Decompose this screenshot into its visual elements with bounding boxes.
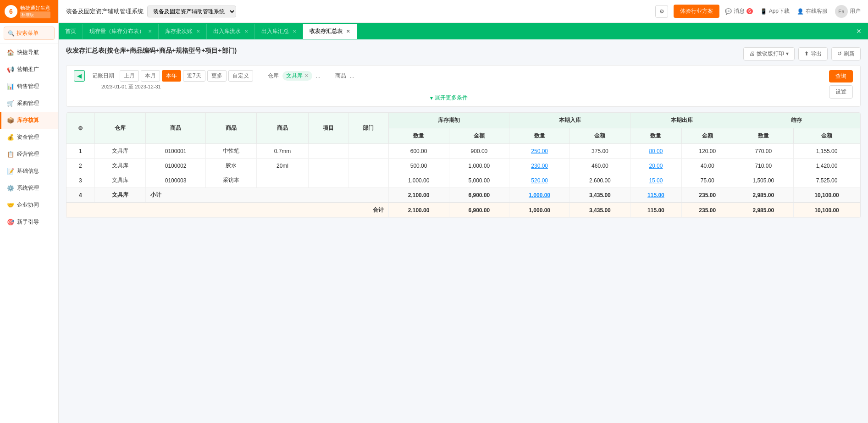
- row-seq: 3: [66, 173, 94, 188]
- th-settings[interactable]: ⚙: [66, 113, 94, 144]
- home-icon: 🏠: [7, 49, 14, 56]
- total-bal-amt: 10,100.00: [794, 203, 860, 218]
- date-last-month-btn[interactable]: 上月: [120, 70, 139, 82]
- main-area: 装备及固定资产辅助管理系统 装备及固定资产辅助管理系统 ⚙ 体验行业方案 💬 消…: [59, 0, 868, 423]
- filter-bar: ◀ 记账日期 上月 本月 本年 近7天 更多 自定义 仓库: [66, 65, 861, 107]
- avatar: Ea: [835, 5, 848, 18]
- row-out-qty[interactable]: 15.00: [630, 173, 681, 188]
- th-goods-spec: 商品: [257, 113, 308, 144]
- tab-summary-close[interactable]: ✕: [293, 29, 296, 34]
- refresh-button[interactable]: ↺ 刷新: [831, 47, 861, 60]
- tab-stock-dist-close[interactable]: ✕: [148, 29, 152, 34]
- search-menu-button[interactable]: 🔍 搜索菜单: [4, 27, 55, 40]
- sidebar-item-finance[interactable]: 💰 资金管理: [0, 129, 58, 146]
- row-in-amt: 460.00: [570, 159, 630, 173]
- total-out-amt: 235.00: [682, 203, 733, 218]
- tab-home[interactable]: 首页: [59, 24, 83, 39]
- th-in-qty: 数量: [509, 128, 570, 144]
- header-actions: 💬 消息 6 📱 App下载 👤 在线客服 Ea 用户: [725, 5, 861, 18]
- chevron-down-icon: ▾: [786, 50, 789, 57]
- row-in-qty[interactable]: 250.00: [509, 144, 570, 159]
- row-open-amt: 1,000.00: [449, 159, 509, 173]
- tab-batch[interactable]: 库存批次账 ✕: [159, 24, 207, 39]
- chevron-down-icon: ▾: [430, 95, 433, 101]
- tab-receive-send[interactable]: 收发存汇总表 ✕: [303, 24, 357, 39]
- app-download-action[interactable]: 📱 App下载: [760, 7, 790, 15]
- query-button[interactable]: 查询: [829, 70, 853, 82]
- row-in-qty[interactable]: 520.00: [509, 173, 570, 188]
- tab-batch-close[interactable]: ✕: [196, 29, 200, 34]
- sidebar-item-operations[interactable]: 📋 经营管理: [0, 146, 58, 163]
- row-bal-amt: 1,155.00: [794, 144, 860, 159]
- date-this-month-btn[interactable]: 本月: [141, 70, 160, 82]
- sidebar-item-enterprise[interactable]: 🤝 企业协同: [0, 197, 58, 214]
- sidebar-item-system[interactable]: ⚙️ 系统管理: [0, 180, 58, 197]
- date-range-text: 2023-01-01 至 2023-12-31: [101, 84, 161, 89]
- th-bal-amt: 金额: [794, 128, 860, 144]
- sidebar-item-sales[interactable]: 📊 销售管理: [0, 78, 58, 95]
- subtotal-in-qty[interactable]: 1,000.00: [509, 188, 570, 203]
- settings-button[interactable]: ⚙: [655, 5, 668, 18]
- online-service-action[interactable]: 👤 在线客服: [797, 7, 828, 15]
- sidebar-item-marketing[interactable]: 📢 营销推广: [0, 61, 58, 78]
- total-open-qty: 2,100.00: [388, 203, 449, 218]
- row-goods-name: 胶水: [206, 159, 257, 173]
- sidebar-item-purchase[interactable]: 🛒 采购管理: [0, 95, 58, 112]
- row-warehouse: 文具库: [94, 144, 145, 159]
- print-button[interactable]: 🖨 拨锁版打印 ▾: [743, 47, 795, 60]
- row-goods-code: 0100001: [145, 144, 206, 159]
- subtotal-bal-amt: 10,100.00: [794, 188, 860, 203]
- sidebar-item-label: 企业协同: [17, 201, 39, 209]
- warehouse-tag-remove[interactable]: ✕: [304, 73, 309, 79]
- data-table: ⚙ 仓库 商品 商品 商品 项目 部门 库存期初 本期入库 本期出库 结存 数量: [66, 113, 860, 218]
- filter-settings-button[interactable]: 设置: [829, 85, 853, 99]
- filter-collapse-btn[interactable]: ◀: [74, 70, 85, 82]
- date-this-year-btn[interactable]: 本年: [162, 70, 181, 82]
- logo-badge: 标准版: [20, 11, 50, 18]
- date-custom-btn[interactable]: 自定义: [228, 70, 253, 82]
- filter-wrapper: ◀ 记账日期 上月 本月 本年 近7天 更多 自定义 仓库: [74, 70, 853, 102]
- message-label: 消息: [734, 7, 745, 15]
- date-more-btn[interactable]: 更多: [207, 70, 227, 82]
- content-area: 收发存汇总表(按仓库+商品编码+商品+规格型号+项目+部门) 🖨 拨锁版打印 ▾…: [59, 39, 868, 423]
- sidebar: 6 畅捷通好生意 标准版 🔍 搜索菜单 🏠 快捷导航 📢 营销推广 📊 销售管理…: [0, 0, 59, 423]
- tab-receive-send-close[interactable]: ✕: [346, 29, 350, 34]
- export-button[interactable]: ⬆ 导出: [798, 47, 828, 60]
- sidebar-item-basic-info[interactable]: 📝 基础信息: [0, 163, 58, 180]
- page-toolbar: 🖨 拨锁版打印 ▾ ⬆ 导出 ↺ 刷新: [743, 47, 861, 60]
- row-out-qty[interactable]: 20.00: [630, 159, 681, 173]
- goods-more[interactable]: ...: [350, 73, 354, 79]
- export-icon: ⬆: [804, 50, 809, 57]
- message-action[interactable]: 💬 消息 6: [725, 7, 753, 15]
- tab-summary[interactable]: 出入库汇总 ✕: [255, 24, 303, 39]
- message-icon: 💬: [725, 8, 732, 15]
- tab-batch-label: 库存批次账: [165, 27, 193, 35]
- warehouse-more[interactable]: ...: [316, 73, 321, 79]
- th-opening-group: 库存期初: [388, 113, 509, 128]
- print-icon: 🖨: [749, 50, 755, 57]
- tab-bar-close-all[interactable]: ✕: [850, 24, 868, 38]
- trial-button[interactable]: 体验行业方案: [674, 5, 719, 18]
- warehouse-tag-text: 文具库: [286, 72, 303, 80]
- row-in-qty[interactable]: 230.00: [509, 159, 570, 173]
- sidebar-search-area: 🔍 搜索菜单: [0, 23, 58, 44]
- subtotal-out-qty[interactable]: 115.00: [630, 188, 681, 203]
- purchase-icon: 🛒: [7, 100, 14, 107]
- subtotal-bal-qty: 2,985.00: [733, 188, 794, 203]
- system-select[interactable]: 装备及固定资产辅助管理系统: [147, 5, 236, 17]
- expand-conditions-btn[interactable]: ▾ 展开更多条件: [430, 94, 468, 102]
- row-out-qty[interactable]: 80.00: [630, 144, 681, 159]
- row-open-amt: 5,000.00: [449, 173, 509, 188]
- sidebar-item-inventory[interactable]: 📦 库存核算: [0, 112, 58, 129]
- tab-flow-close[interactable]: ✕: [244, 29, 248, 34]
- sidebar-item-quick-nav[interactable]: 🏠 快捷导航: [0, 44, 58, 61]
- th-in-group: 本期入库: [509, 113, 630, 128]
- sidebar-item-guide[interactable]: 🎯 新手引导: [0, 214, 58, 231]
- print-label: 拨锁版打印: [757, 50, 784, 58]
- warehouse-filter: 仓库 文具库 ✕ ...: [268, 71, 321, 81]
- tab-stock-dist[interactable]: 现存量（库存分布表） ✕: [83, 24, 159, 39]
- date-7days-btn[interactable]: 近7天: [183, 70, 205, 82]
- user-action[interactable]: Ea 用户: [835, 5, 861, 18]
- tab-flow[interactable]: 出入库流水 ✕: [207, 24, 255, 39]
- operations-icon: 📋: [7, 151, 14, 158]
